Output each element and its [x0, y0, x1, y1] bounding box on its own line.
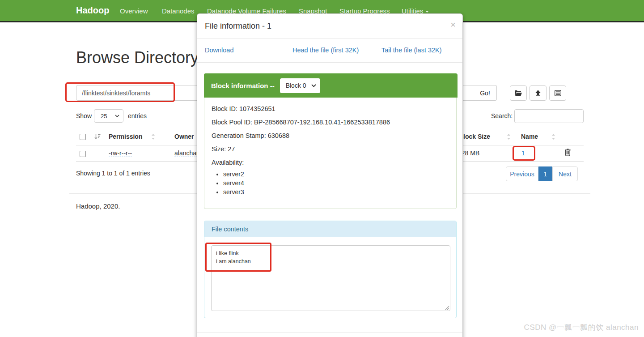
file-contents-title: File contents: [212, 226, 248, 233]
show-label: Show: [76, 112, 92, 119]
upload-arrow-icon: [535, 90, 541, 96]
file-information-modal: File information - 1 × Download Head the…: [197, 13, 463, 337]
col-header-name[interactable]: Name: [521, 133, 538, 140]
select-all-checkbox[interactable]: [80, 134, 86, 140]
download-link[interactable]: Download: [205, 47, 234, 54]
block-information-panel: Block information -- Block 0 Block ID: 1…: [204, 73, 457, 209]
block-pool-id-field: Block Pool ID: BP-285668707-192.168.10.4…: [212, 115, 449, 129]
set-quota-button[interactable]: [549, 85, 566, 101]
pagination-next[interactable]: Next: [552, 166, 578, 181]
cell-owner[interactable]: alanchan: [174, 149, 200, 157]
modal-title: File information - 1: [205, 21, 271, 31]
cell-permission[interactable]: -rw-r--r--: [109, 149, 132, 157]
size-field: Size: 27: [212, 142, 449, 156]
delete-file-button[interactable]: [564, 149, 571, 156]
block-information-title: Block information --: [211, 82, 275, 90]
search-label: Search:: [491, 112, 513, 119]
search-input[interactable]: [514, 109, 584, 123]
page-title: Browse Directory: [76, 48, 199, 67]
chevron-down-icon: [311, 84, 316, 87]
brand-hadoop[interactable]: Hadoop: [76, 5, 109, 16]
csdn-watermark: CSDN @一瓢一瓢的饮 alanchan: [524, 322, 639, 333]
generation-stamp-field: Generation Stamp: 630688: [212, 129, 449, 142]
chevron-down-icon: [115, 115, 119, 117]
folder-open-icon: [514, 90, 522, 96]
entries-label: entries: [128, 112, 147, 119]
file-contents-header: File contents: [204, 221, 456, 237]
list-alt-icon: [555, 90, 561, 96]
new-folder-button[interactable]: [510, 85, 527, 101]
modal-links-row: Download Head the file (first 32K) Tail …: [197, 38, 462, 63]
sort-icon[interactable]: [551, 134, 555, 140]
pagination-page-1[interactable]: 1: [538, 166, 552, 181]
head-file-link[interactable]: Head the file (first 32K): [292, 47, 359, 54]
cell-name-link[interactable]: 1: [521, 149, 525, 157]
col-header-block-size[interactable]: Block Size: [459, 133, 490, 140]
trash-icon: [564, 149, 571, 156]
file-contents-panel: File contents i like flink i am alanchan: [204, 221, 457, 318]
caret-down-icon: [425, 11, 429, 13]
sort-amount-icon[interactable]: [94, 134, 101, 140]
col-header-owner[interactable]: Owner: [174, 133, 194, 140]
availability-server: server3: [223, 188, 449, 196]
block-select[interactable]: Block 0: [280, 78, 320, 93]
availability-list: server2 server4 server3: [223, 170, 449, 196]
pagination-previous[interactable]: Previous: [506, 166, 538, 181]
block-id-field: Block ID: 1074352651: [212, 102, 449, 115]
availability-server: server4: [223, 179, 449, 188]
table-info-text: Showing 1 to 1 of 1 entries: [76, 170, 150, 177]
close-icon[interactable]: ×: [450, 20, 456, 29]
upload-file-button[interactable]: [530, 85, 547, 101]
entries-per-page-select[interactable]: 25: [94, 109, 123, 123]
block-information-body: Block ID: 1074352651 Block Pool ID: BP-2…: [204, 98, 456, 196]
file-contents-textarea[interactable]: i like flink i am alanchan: [211, 245, 450, 311]
sort-icon[interactable]: [507, 134, 511, 140]
row-checkbox[interactable]: [80, 151, 86, 157]
footer-text: Hadoop, 2020.: [76, 202, 120, 210]
hadoop-browse-directory-page: Hadoop Overview Datanodes Datanode Volum…: [0, 0, 644, 337]
availability-label: Availability:: [212, 156, 449, 169]
col-header-permission[interactable]: Permission: [109, 133, 142, 140]
modal-footer-divider: [197, 333, 462, 333]
resize-handle-icon[interactable]: [445, 306, 449, 310]
availability-server: server2: [223, 170, 449, 179]
go-button[interactable]: Go!: [474, 85, 497, 101]
block-information-header: Block information -- Block 0: [204, 73, 458, 98]
sort-icon[interactable]: [151, 134, 155, 140]
tail-file-link[interactable]: Tail the file (last 32K): [381, 47, 442, 54]
modal-header: File information - 1 ×: [197, 14, 462, 38]
nav-item-overview[interactable]: Overview: [120, 7, 148, 15]
nav-item-datanodes[interactable]: Datanodes: [162, 7, 195, 15]
